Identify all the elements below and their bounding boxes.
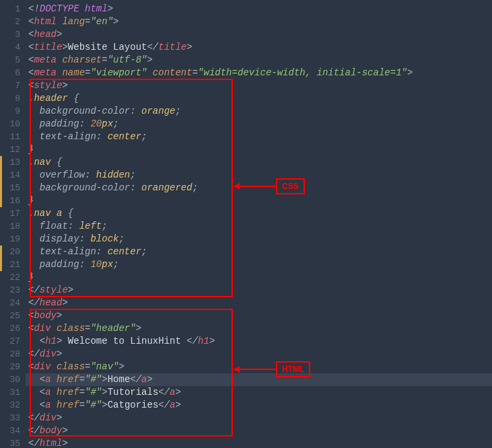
code-line[interactable]: display: block;: [26, 233, 492, 246]
line-number: 22: [0, 271, 26, 284]
line-number: 29: [0, 361, 26, 373]
html-arrow: [234, 369, 276, 370]
line-number: 1: [0, 3, 26, 15]
line-number: 33: [0, 412, 26, 424]
code-line[interactable]: <head>: [26, 28, 492, 41]
line-number: 25: [0, 309, 26, 322]
code-line[interactable]: <div class="header">: [26, 322, 492, 335]
code-area[interactable]: CSS HTML <!DOCTYPE html><html lang="en">…: [26, 0, 492, 448]
code-line[interactable]: <style>: [26, 79, 492, 92]
code-line[interactable]: <html lang="en">: [26, 15, 492, 28]
line-number-gutter: 1234567891011121314151617181920212223242…: [0, 0, 26, 448]
line-number: 30: [0, 373, 26, 386]
line-number: 31: [0, 386, 26, 399]
line-number: 32: [0, 399, 26, 412]
code-line[interactable]: <title>Website Layout</title>: [26, 41, 492, 54]
code-line[interactable]: </html>: [26, 437, 492, 448]
code-line[interactable]: background-color: orange;: [26, 105, 492, 118]
code-line[interactable]: <div class="nav">: [26, 361, 492, 373]
line-number: 15: [0, 182, 26, 194]
line-number: 6: [0, 67, 26, 79]
line-number: 14: [0, 169, 26, 182]
line-number: 2: [0, 15, 26, 28]
code-line[interactable]: <meta name="viewport" content="width=dev…: [26, 67, 492, 79]
line-number: 11: [0, 130, 26, 143]
code-line[interactable]: }: [26, 194, 492, 207]
code-line[interactable]: .header {: [26, 92, 492, 105]
code-line[interactable]: padding: 10px;: [26, 258, 492, 271]
code-line[interactable]: </style>: [26, 284, 492, 297]
line-number: 24: [0, 297, 26, 309]
code-line[interactable]: .nav a {: [26, 207, 492, 220]
line-number: 16: [0, 194, 26, 207]
line-number: 5: [0, 54, 26, 67]
code-line[interactable]: <h1> Welcome to LinuxHint </h1>: [26, 335, 492, 348]
code-line[interactable]: </div>: [26, 412, 492, 424]
html-label: HTML: [276, 361, 310, 377]
line-number: 26: [0, 322, 26, 335]
code-editor[interactable]: 1234567891011121314151617181920212223242…: [0, 0, 492, 448]
code-line[interactable]: .nav {: [26, 156, 492, 169]
line-number: 28: [0, 348, 26, 361]
line-number: 35: [0, 437, 26, 448]
code-line[interactable]: overflow: hidden;: [26, 169, 492, 182]
line-number: 8: [0, 92, 26, 105]
code-line[interactable]: </body>: [26, 424, 492, 437]
css-arrow: [234, 186, 276, 187]
line-number: 13: [0, 156, 26, 169]
line-number: 34: [0, 424, 26, 437]
line-number: 27: [0, 335, 26, 348]
code-line[interactable]: padding: 20px;: [26, 118, 492, 130]
line-number: 10: [0, 118, 26, 130]
line-number: 21: [0, 258, 26, 271]
code-line[interactable]: text-align: center;: [26, 130, 492, 143]
code-line[interactable]: }: [26, 271, 492, 284]
code-line[interactable]: <meta charset="utf-8">: [26, 54, 492, 67]
code-line[interactable]: <a href="#">Home</a>: [26, 373, 492, 386]
code-line[interactable]: <a href="#">Catgories</a>: [26, 399, 492, 412]
line-number: 12: [0, 143, 26, 156]
line-number: 18: [0, 220, 26, 233]
line-number: 3: [0, 28, 26, 41]
line-number: 7: [0, 79, 26, 92]
line-number: 9: [0, 105, 26, 118]
code-line[interactable]: text-align: center;: [26, 246, 492, 258]
code-line[interactable]: <body>: [26, 309, 492, 322]
code-line[interactable]: <!DOCTYPE html>: [26, 3, 492, 15]
line-number: 23: [0, 284, 26, 297]
code-line[interactable]: <a href="#">Tutorials</a>: [26, 386, 492, 399]
line-number: 19: [0, 233, 26, 246]
code-line[interactable]: </head>: [26, 297, 492, 309]
code-line[interactable]: float: left;: [26, 220, 492, 233]
line-number: 4: [0, 41, 26, 54]
code-line[interactable]: }: [26, 143, 492, 156]
line-number: 17: [0, 207, 26, 220]
css-label: CSS: [276, 178, 305, 194]
code-line[interactable]: </div>: [26, 348, 492, 361]
line-number: 20: [0, 246, 26, 258]
code-line[interactable]: background-color: orangered;: [26, 182, 492, 194]
